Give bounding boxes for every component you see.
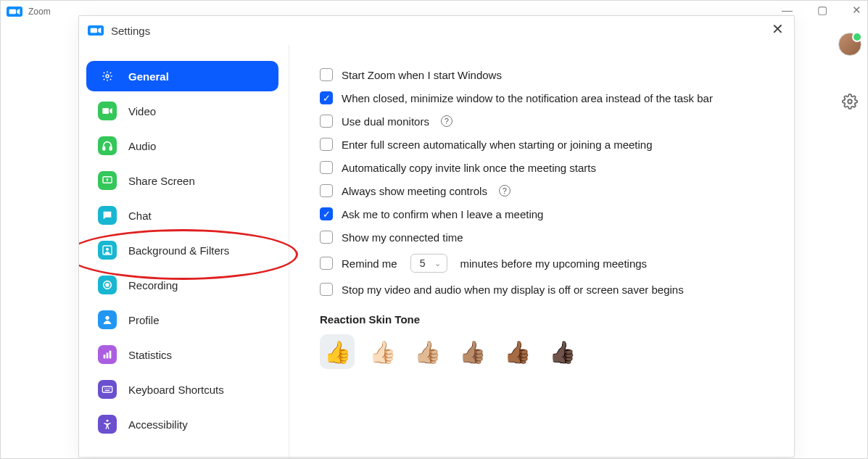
checkbox[interactable]	[320, 207, 333, 220]
option-label: Show my connected time	[342, 231, 463, 244]
checkbox[interactable]	[320, 138, 333, 151]
skin-tone-option[interactable]: 👍🏾	[500, 334, 534, 369]
profile-icon	[98, 310, 117, 329]
option-label: When closed, minimize window to the noti…	[342, 92, 713, 104]
help-icon[interactable]: ?	[441, 115, 452, 127]
sidebar-item-keyboard-shortcuts[interactable]: Keyboard Shortcuts	[86, 374, 278, 405]
sidebar-item-audio[interactable]: Audio	[86, 131, 278, 161]
settings-header: Settings ✕	[79, 16, 794, 45]
option-remind: Remind me 5 ⌄ minutes before my upcoming…	[320, 254, 765, 273]
svg-rect-6	[109, 146, 112, 150]
checkbox[interactable]	[320, 231, 333, 244]
close-settings-button[interactable]: ✕	[772, 22, 784, 36]
option-label: Ask me to confirm when I leave a meeting	[342, 208, 543, 220]
settings-content: Start Zoom when I start WindowsWhen clos…	[289, 45, 794, 457]
app-title: Zoom	[28, 7, 51, 17]
sidebar-item-label: Profile	[128, 314, 160, 326]
checkbox[interactable]	[320, 115, 333, 128]
background-icon	[98, 241, 117, 260]
close-app-button[interactable]: ✕	[852, 4, 861, 17]
sidebar-item-label: Audio	[128, 140, 156, 152]
sidebar-item-label: Statistics	[128, 349, 172, 361]
option-row: Start Zoom when I start Windows	[320, 68, 765, 81]
headphones-icon	[98, 136, 117, 155]
share-screen-icon	[98, 171, 117, 190]
svg-rect-2	[91, 28, 97, 33]
skin-tone-option[interactable]: 👍🏼	[410, 334, 445, 369]
sidebar-item-general[interactable]: General	[86, 61, 278, 91]
remind-minutes-select[interactable]: 5 ⌄	[410, 254, 447, 273]
sidebar-item-label: General	[128, 70, 169, 83]
settings-gear-icon[interactable]	[842, 94, 858, 112]
remind-value: 5	[420, 257, 426, 269]
remind-suffix: minutes before my upcoming meetings	[460, 257, 648, 270]
svg-rect-5	[103, 146, 105, 150]
zoom-logo-icon	[88, 25, 104, 36]
sidebar-item-background-filters[interactable]: Background & Filters	[86, 235, 278, 265]
svg-rect-4	[102, 108, 109, 114]
option-row: Always show meeting controls?	[320, 184, 765, 197]
svg-point-11	[106, 284, 109, 286]
svg-rect-16	[102, 386, 112, 392]
svg-rect-0	[9, 9, 16, 15]
sidebar-item-video[interactable]: Video	[86, 96, 278, 126]
option-stop-video: Stop my video and audio when my display …	[320, 283, 765, 296]
accessibility-icon	[98, 415, 117, 434]
skin-tone-option[interactable]: 👍🏽	[455, 334, 489, 369]
option-row: Show my connected time	[320, 231, 765, 244]
chevron-down-icon: ⌄	[434, 259, 441, 268]
settings-window: Settings ✕ General Video	[78, 15, 795, 458]
keyboard-icon	[98, 380, 117, 399]
option-row: When closed, minimize window to the noti…	[320, 91, 765, 104]
remind-prefix: Remind me	[342, 257, 397, 270]
checkbox[interactable]	[320, 184, 333, 197]
svg-point-17	[104, 388, 105, 389]
option-label: Always show meeting controls	[342, 185, 487, 197]
option-label: Use dual monitors	[342, 115, 429, 128]
svg-point-9	[106, 248, 109, 251]
checkbox-remind[interactable]	[320, 257, 333, 270]
skin-tone-option[interactable]: 👍🏿	[545, 334, 579, 369]
video-icon	[98, 102, 117, 120]
option-row: Automatically copy invite link once the …	[320, 161, 765, 174]
svg-point-1	[848, 99, 852, 104]
svg-point-12	[105, 316, 109, 320]
skin-tone-option[interactable]: 👍🏻	[365, 334, 400, 369]
option-row: Enter full screen automatically when sta…	[320, 138, 765, 151]
gear-icon	[98, 67, 117, 86]
checkbox[interactable]	[320, 68, 333, 81]
sidebar-item-profile[interactable]: Profile	[86, 305, 278, 335]
sidebar-item-label: Recording	[128, 279, 178, 291]
sidebar-item-recording[interactable]: Recording	[86, 270, 278, 300]
skin-tone-option[interactable]: 👍	[320, 334, 355, 369]
svg-point-22	[107, 420, 109, 422]
svg-rect-13	[104, 355, 106, 358]
checkbox[interactable]	[320, 161, 333, 174]
sidebar-item-share-screen[interactable]: Share Screen	[86, 165, 278, 196]
svg-point-3	[106, 75, 109, 78]
sidebar-item-label: Chat	[128, 210, 152, 222]
option-label: Enter full screen automatically when sta…	[342, 138, 653, 151]
sidebar-item-label: Keyboard Shortcuts	[128, 384, 224, 396]
sidebar-item-statistics[interactable]: Statistics	[86, 339, 278, 370]
help-icon[interactable]: ?	[499, 185, 511, 197]
svg-rect-21	[105, 390, 110, 391]
sidebar-item-label: Share Screen	[128, 175, 195, 187]
option-label: Automatically copy invite link once the …	[342, 162, 596, 174]
settings-title: Settings	[111, 25, 150, 37]
option-row: Ask me to confirm when I leave a meeting	[320, 207, 765, 220]
svg-point-19	[108, 388, 109, 389]
zoom-main-window: Zoom — ▢ ✕ Settings ✕ General	[0, 0, 868, 459]
svg-point-20	[109, 388, 110, 389]
avatar[interactable]	[838, 33, 861, 56]
option-label: Start Zoom when I start Windows	[342, 69, 502, 81]
checkbox-stop-video[interactable]	[320, 283, 333, 296]
maximize-button[interactable]: ▢	[817, 4, 827, 17]
sidebar-item-label: Background & Filters	[128, 244, 229, 257]
settings-sidebar: General Video Audio	[79, 45, 289, 457]
sidebar-item-chat[interactable]: Chat	[86, 200, 278, 231]
sidebar-item-accessibility[interactable]: Accessibility	[86, 409, 278, 439]
checkbox[interactable]	[320, 91, 333, 104]
recording-icon	[98, 276, 117, 294]
sidebar-item-label: Accessibility	[128, 418, 188, 431]
